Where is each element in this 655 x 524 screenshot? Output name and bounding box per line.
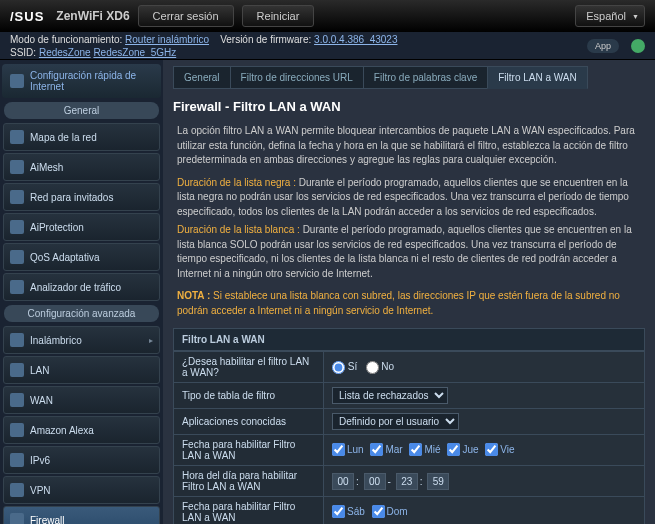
sidebar-item-aimesh[interactable]: AiMesh [3,153,160,181]
date2-label: Fecha para habilitar Filtro LAN a WAN [174,497,324,525]
language-select[interactable]: Español [575,5,645,27]
sidebar-item-quick-setup[interactable]: Configuración rápida de Internet [2,64,161,98]
tab-bar: General Filtro de direcciones URL Filtro… [173,66,645,89]
sidebar-item-network-map[interactable]: Mapa de la red [3,123,160,151]
sidebar-item-wan[interactable]: WAN [3,386,160,414]
mode-label: Modo de funcionamiento: [10,34,122,45]
mode-link[interactable]: Router inalámbrico [125,34,209,45]
ssid2-link[interactable]: RedesZone_5GHz [93,47,176,58]
top-bar: /SUS ZenWiFi XD6 Cerrar sesión Reiniciar… [0,0,655,32]
time1-label: Hora del día para habilitar Filtro LAN a… [174,466,324,497]
map-icon [10,130,24,144]
day-tue[interactable]: Mar [370,443,402,456]
tab-url-filter[interactable]: Filtro de direcciones URL [230,66,364,89]
enable-yes[interactable]: Sí [332,361,357,372]
sidebar-item-firewall[interactable]: Firewall [3,506,160,524]
tab-lan-wan-filter[interactable]: Filtro LAN a WAN [487,66,588,89]
guest-icon [10,190,24,204]
whitelist-text: Duración de la lista blanca : Durante el… [173,223,645,285]
nav-label: Inalámbrico [30,335,82,346]
enable-label: ¿Desea habilitar el filtro LAN a WAN? [174,352,324,383]
sidebar-item-lan[interactable]: LAN [3,356,160,384]
apps-label: Aplicaciones conocidas [174,409,324,435]
shield-icon [10,220,24,234]
sidebar-item-alexa[interactable]: Amazon Alexa [3,416,160,444]
reboot-button[interactable]: Reiniciar [242,5,315,27]
tabletype-label: Tipo de tabla de filtro [174,383,324,409]
sidebar-item-aiprotection[interactable]: AiProtection [3,213,160,241]
wizard-icon [10,74,24,88]
alexa-icon [10,423,24,437]
note-text: NOTA : Si establece una lista blanca con… [173,285,645,322]
day-thu[interactable]: Jue [447,443,478,456]
sidebar-header-general: General [4,102,159,119]
day-wed[interactable]: Mié [409,443,440,456]
vpn-icon [10,483,24,497]
tab-general[interactable]: General [173,66,231,89]
model-name: ZenWiFi XD6 [56,9,129,23]
blacklist-text: Duración de la lista negra : Durante el … [173,176,645,224]
main-content: General Filtro de direcciones URL Filtro… [163,60,655,524]
sidebar-header-advanced: Configuración avanzada [4,305,159,322]
wifi-icon [10,333,24,347]
app-pill[interactable]: App [587,39,619,53]
intro-text: La opción filtro LAN a WAN permite bloqu… [173,124,645,176]
nav-label: VPN [30,485,51,496]
day-mon[interactable]: Lun [332,443,364,456]
t1-m1[interactable] [364,473,386,490]
nav-label: QoS Adaptativa [30,252,100,263]
sidebar-item-qos[interactable]: QoS Adaptativa [3,243,160,271]
apps-select[interactable]: Definido por el usuario [332,413,459,430]
info-bar: Modo de funcionamiento: Router inalámbri… [0,32,655,60]
days1-cell: Lun Mar Mié Jue Vie [324,435,645,466]
page-title: Firewall - Filtro LAN a WAN [173,91,645,124]
wan-icon [10,393,24,407]
sidebar-item-vpn[interactable]: VPN [3,476,160,504]
filter-block-header: Filtro LAN a WAN [173,328,645,351]
sidebar-item-traffic[interactable]: Analizador de tráfico [3,273,160,301]
nav-label: Red para invitados [30,192,113,203]
lan-icon [10,363,24,377]
tabletype-select[interactable]: Lista de rechazados [332,387,448,404]
day-sat[interactable]: Sáb [332,505,365,518]
enable-no[interactable]: No [366,361,395,372]
nav-label: IPv6 [30,455,50,466]
date1-label: Fecha para habilitar Filtro LAN a WAN [174,435,324,466]
sidebar-item-wireless[interactable]: Inalámbrico▸ [3,326,160,354]
chevron-right-icon: ▸ [149,336,153,345]
tab-keyword-filter[interactable]: Filtro de palabras clave [363,66,488,89]
nav-label: Analizador de tráfico [30,282,121,293]
nav-label: Mapa de la red [30,132,97,143]
mesh-icon [10,160,24,174]
quick-label: Configuración rápida de Internet [30,70,153,92]
qos-icon [10,250,24,264]
nav-label: LAN [30,365,49,376]
fw-label: Versión de firmware: [220,34,311,45]
filter-form: ¿Desea habilitar el filtro LAN a WAN? Sí… [173,351,645,524]
day-sun[interactable]: Dom [372,505,408,518]
sidebar: Configuración rápida de Internet General… [0,60,163,524]
brand-logo: /SUS [10,9,44,24]
day-fri[interactable]: Vie [485,443,514,456]
t1-h2[interactable] [396,473,418,490]
t1-m2[interactable] [427,473,449,490]
nav-label: AiProtection [30,222,84,233]
chart-icon [10,280,24,294]
ssid1-link[interactable]: RedesZone [39,47,91,58]
t1-h1[interactable] [332,473,354,490]
sidebar-item-ipv6[interactable]: IPv6 [3,446,160,474]
sidebar-item-guest[interactable]: Red para invitados [3,183,160,211]
fw-link[interactable]: 3.0.0.4.386_43023 [314,34,397,45]
nav-label: WAN [30,395,53,406]
nav-label: Amazon Alexa [30,425,94,436]
nav-label: AiMesh [30,162,63,173]
ipv6-icon [10,453,24,467]
nav-label: Firewall [30,515,64,525]
globe-icon[interactable] [631,39,645,53]
ssid-label: SSID: [10,47,36,58]
logout-button[interactable]: Cerrar sesión [138,5,234,27]
firewall-icon [10,513,24,524]
